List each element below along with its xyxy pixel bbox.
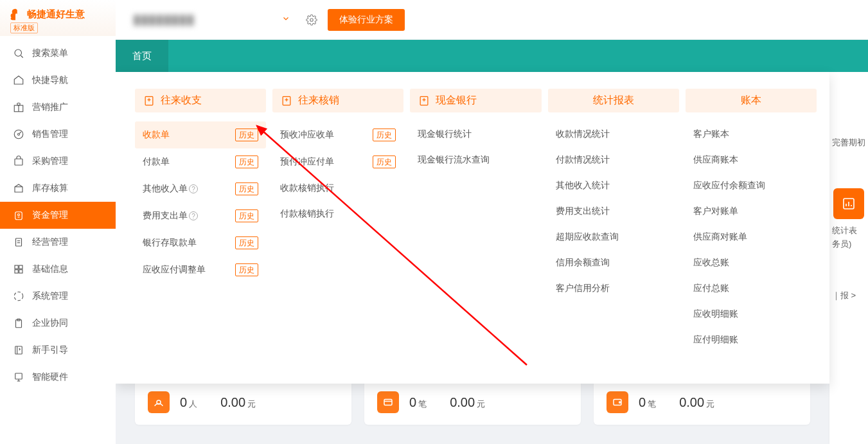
mega-item[interactable]: 其他收入单 ?历史 (135, 175, 266, 202)
dashboard-amount: 0.00元 (679, 395, 714, 410)
svg-rect-17 (19, 270, 22, 273)
svg-rect-6 (15, 159, 22, 165)
sidebar-item-cart[interactable]: 采购管理 (0, 148, 116, 175)
mega-item[interactable]: 应收应付调整单历史 (135, 256, 266, 283)
mega-item-label: 预付冲应付单 (280, 156, 334, 168)
loader-icon (13, 290, 24, 302)
mega-item[interactable]: 费用支出单 ?历史 (135, 202, 266, 229)
sidebar-item-wallet[interactable]: 资金管理 (0, 202, 116, 229)
mega-item[interactable]: 其他收入统计 (548, 173, 679, 199)
mega-item[interactable]: 现金银行流水查询 (410, 147, 541, 173)
svg-point-41 (619, 402, 621, 403)
mega-item[interactable]: 客户对账单 (686, 199, 817, 224)
org-name-blurred: ████████ (134, 15, 195, 25)
mega-item[interactable]: 供应商对账单 (686, 224, 817, 250)
history-badge[interactable]: 历史 (235, 209, 258, 222)
mega-item-label: 银行存取款单 (143, 237, 197, 249)
dashboard-amount: 0.00元 (220, 395, 256, 410)
mega-item[interactable]: 应收应付余额查询 (686, 173, 817, 199)
mega-item[interactable]: 付款情况统计 (548, 147, 679, 173)
dashboard-card[interactable]: 0笔 0.00元 (594, 380, 810, 425)
mega-item[interactable]: 费用支出统计 (548, 199, 679, 224)
sidebar-item-tag[interactable]: 销售管理 (0, 121, 116, 148)
dashboard-card[interactable]: 0人 0.00元 (135, 380, 351, 425)
right-text-3[interactable]: ｜报 > (832, 289, 856, 303)
sidebar-item-label: 新手引导 (32, 344, 68, 356)
sidebar-item-device[interactable]: 智能硬件 (0, 364, 116, 391)
settings-button[interactable] (302, 10, 321, 30)
mega-item-label: 其他收入统计 (556, 180, 610, 191)
history-badge[interactable]: 历史 (235, 129, 258, 141)
mega-item[interactable]: 预收冲应收单历史 (272, 121, 403, 148)
sidebar-item-label: 基础信息 (32, 263, 68, 275)
mega-item-label: 收款单 (143, 129, 170, 141)
mega-item[interactable]: 应收总账 (686, 250, 817, 276)
mega-item-label: 信用余额查询 (556, 257, 610, 269)
dashboard-cards-row: 0人 0.00元 0笔 0.00元 0笔 0.00元 (116, 380, 829, 425)
experience-solution-button[interactable]: 体验行业方案 (328, 9, 405, 31)
history-badge[interactable]: 历史 (235, 236, 258, 249)
sidebar-item-grid[interactable]: 基础信息 (0, 256, 116, 283)
mega-item[interactable]: 超期应收款查询 (548, 224, 679, 250)
sidebar-item-label: 快捷导航 (32, 75, 68, 86)
mega-column-header: 往来核销 (272, 89, 403, 112)
clipboard-icon (13, 317, 24, 329)
mega-item-label: 收款情况统计 (556, 129, 610, 140)
mega-item[interactable]: 银行存取款单历史 (135, 229, 266, 256)
mega-item[interactable]: 应付总账 (686, 276, 817, 301)
history-badge[interactable]: 历史 (235, 182, 258, 195)
sidebar-item-home[interactable]: 快捷导航 (0, 67, 116, 94)
mega-item[interactable]: 预付冲应付单历史 (272, 148, 403, 175)
mega-item[interactable]: 付款核销执行 (272, 201, 403, 227)
sidebar-item-label: 搜索菜单 (32, 48, 68, 59)
sidebar: 畅捷通好生意 标准版 搜索菜单快捷导航营销推广销售管理采购管理库存核算资金管理经… (0, 0, 116, 444)
help-icon[interactable]: ? (189, 184, 198, 193)
history-badge[interactable]: 历史 (235, 263, 258, 276)
sidebar-item-label: 系统管理 (32, 290, 68, 302)
book-icon (13, 344, 24, 356)
dashboard-count: 0人 (180, 395, 197, 410)
mega-items-list: 现金银行统计现金银行流水查询 (410, 121, 541, 173)
mega-item-label: 应付明细账 (693, 334, 738, 346)
mega-item[interactable]: 收款单历史 (135, 121, 266, 148)
sidebar-item-label: 智能硬件 (32, 371, 68, 383)
mega-item[interactable]: 现金银行统计 (410, 121, 541, 147)
mega-item[interactable]: 信用余额查询 (548, 250, 679, 276)
mega-column-header: 账本 (686, 89, 817, 112)
history-badge[interactable]: 历史 (373, 155, 396, 168)
org-selector[interactable]: ████████ (128, 10, 296, 29)
sidebar-item-search[interactable]: 搜索菜单 (0, 40, 116, 67)
sidebar-item-doc[interactable]: 经营管理 (0, 229, 116, 256)
sidebar-item-loader[interactable]: 系统管理 (0, 283, 116, 310)
mega-item[interactable]: 应付明细账 (686, 327, 817, 353)
history-badge[interactable]: 历史 (373, 129, 396, 141)
mega-item[interactable]: 客户账本 (686, 121, 817, 147)
mega-item-label: 现金银行统计 (418, 129, 472, 140)
mega-item-label: 付款单 (143, 156, 170, 168)
dashboard-card-icon (148, 391, 170, 413)
sidebar-item-box[interactable]: 库存核算 (0, 175, 116, 202)
mega-item[interactable]: 收款核销执行 (272, 175, 403, 201)
main-area: ████████ 体验行业方案 首页 往来收支收款单历史付款单历史其他收入单 ?… (116, 0, 868, 444)
help-icon[interactable]: ? (189, 211, 198, 220)
brand-area: 畅捷通好生意 标准版 (0, 0, 116, 36)
dashboard-count: 0笔 (409, 395, 427, 410)
mega-item-label: 超期应收款查询 (556, 231, 619, 243)
mega-item[interactable]: 应收明细账 (686, 301, 817, 327)
mega-item-label: 客户账本 (693, 129, 729, 140)
sidebar-item-book[interactable]: 新手引导 (0, 337, 116, 364)
mega-item[interactable]: 供应商账本 (686, 147, 817, 173)
svg-point-9 (18, 214, 20, 216)
history-badge[interactable]: 历史 (235, 155, 258, 168)
mega-item[interactable]: 付款单历史 (135, 148, 266, 175)
sidebar-nav: 搜索菜单快捷导航营销推广销售管理采购管理库存核算资金管理经营管理基础信息系统管理… (0, 36, 116, 444)
right-statistics-button[interactable] (833, 188, 864, 219)
mega-item[interactable]: 客户信用分析 (548, 276, 679, 301)
mega-item[interactable]: 收款情况统计 (548, 121, 679, 147)
tab-home[interactable]: 首页 (116, 40, 168, 72)
sidebar-item-clipboard[interactable]: 企业协同 (0, 310, 116, 337)
sidebar-item-gift[interactable]: 营销推广 (0, 94, 116, 121)
svg-rect-15 (19, 265, 22, 269)
dashboard-amount: 0.00元 (450, 395, 485, 410)
dashboard-card[interactable]: 0笔 0.00元 (364, 380, 581, 425)
